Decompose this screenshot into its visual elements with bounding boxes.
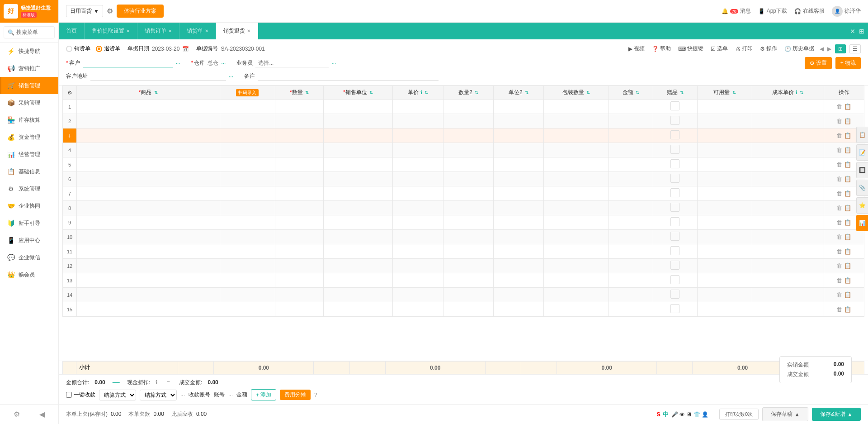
product-input[interactable]: [80, 133, 217, 139]
cost-price-info-icon[interactable]: ℹ: [796, 90, 797, 95]
notification-bell[interactable]: 🔔 70 消息: [722, 7, 751, 15]
select-btn[interactable]: ☑ 选单: [709, 44, 730, 53]
gift-checkbox[interactable]: [670, 145, 679, 154]
sidebar-item-app-center[interactable]: 📱 应用中心: [0, 232, 58, 249]
history-btn[interactable]: 🕐 历史单据: [783, 44, 816, 53]
salesperson-input[interactable]: [255, 59, 329, 67]
fee-split-btn[interactable]: 费用分摊: [280, 390, 311, 400]
sort-unit2-icon[interactable]: ⇅: [525, 90, 528, 95]
th-gear[interactable]: ⚙: [63, 86, 77, 100]
sort-qty-icon[interactable]: ⇅: [305, 90, 309, 95]
gift-checkbox[interactable]: [670, 101, 679, 110]
address-select-dots[interactable]: ···: [229, 73, 233, 80]
settings-bottom-icon[interactable]: ⚙: [12, 408, 22, 420]
gift-checkbox[interactable]: [670, 159, 679, 168]
delete-row-icon[interactable]: 🗑: [836, 161, 842, 168]
copy-row-icon[interactable]: 📋: [844, 277, 851, 284]
gift-checkbox[interactable]: [670, 261, 679, 270]
print-btn[interactable]: 🖨 打印: [733, 44, 755, 53]
sort-unit-icon[interactable]: ⇅: [369, 90, 373, 95]
tab-expand-icon[interactable]: ⊞: [859, 28, 864, 35]
gift-checkbox[interactable]: [670, 290, 679, 299]
online-service-link[interactable]: 🎧 在线客服: [794, 7, 825, 15]
gift-checkbox[interactable]: [670, 174, 679, 183]
tab-sales-order[interactable]: 销售订单 ✕: [137, 23, 179, 39]
calendar-icon[interactable]: 📅: [182, 46, 189, 52]
gift-checkbox[interactable]: [670, 246, 679, 255]
gift-checkbox[interactable]: [670, 203, 679, 212]
copy-row-icon[interactable]: 📋: [844, 190, 851, 197]
right-panel-item-5[interactable]: ⭐: [856, 197, 868, 214]
account-dots2[interactable]: ···: [228, 392, 233, 398]
history-prev-icon[interactable]: ◀: [820, 46, 824, 52]
sidebar-item-finance[interactable]: 💰 资金管理: [0, 129, 58, 146]
sort-pack-icon[interactable]: ⇅: [586, 90, 590, 95]
grid-view-btn[interactable]: ⊞: [835, 44, 846, 53]
copy-row-icon[interactable]: 📋: [844, 219, 851, 226]
gift-checkbox[interactable]: [670, 130, 679, 139]
sidebar-item-enterprise[interactable]: 🤝 企业协同: [0, 197, 58, 214]
sort-qty2-icon[interactable]: ⇅: [475, 90, 478, 95]
tab-close-price[interactable]: ✕: [126, 29, 130, 33]
tab-close-sales[interactable]: ✕: [205, 29, 208, 33]
save-new-btn[interactable]: 保存&新增 ▲: [812, 408, 861, 421]
sort-price-icon[interactable]: ⇅: [425, 90, 428, 95]
delete-row-icon[interactable]: 🗑: [836, 147, 842, 153]
list-view-btn[interactable]: ☰: [849, 44, 861, 53]
app-download-link[interactable]: 📱 App下载: [758, 7, 787, 15]
gift-checkbox[interactable]: [670, 304, 679, 313]
copy-row-icon[interactable]: 📋: [844, 132, 851, 139]
sidebar-item-operations[interactable]: 📊 经营管理: [0, 146, 58, 163]
customer-input[interactable]: [83, 59, 173, 67]
logistics-btn[interactable]: + 物流: [835, 57, 861, 69]
gift-checkbox[interactable]: [670, 116, 679, 125]
delete-row-icon[interactable]: 🗑: [836, 205, 842, 211]
scan-input-btn[interactable]: 扫码录入: [236, 89, 259, 96]
copy-row-icon[interactable]: 📋: [844, 118, 851, 124]
salesperson-select-dots[interactable]: ···: [331, 60, 336, 67]
delete-row-icon[interactable]: 🗑: [836, 103, 842, 110]
tab-sales[interactable]: 销货单 ✕: [179, 23, 216, 39]
sort-amount-icon[interactable]: ⇅: [636, 90, 639, 95]
operate-btn[interactable]: ⚙ 操作: [758, 44, 779, 53]
history-next-icon[interactable]: ▶: [827, 46, 831, 52]
copy-row-icon[interactable]: 📋: [844, 103, 851, 110]
copy-row-icon[interactable]: 📋: [844, 233, 851, 240]
gift-checkbox[interactable]: [670, 275, 679, 284]
tab-close-all-icon[interactable]: ✕: [850, 28, 855, 35]
copy-row-icon[interactable]: 📋: [844, 248, 851, 255]
copy-row-icon[interactable]: 📋: [844, 291, 851, 298]
right-panel-item-4[interactable]: 📎: [856, 180, 868, 196]
video-help-btn[interactable]: ▶ 视频: [627, 44, 646, 53]
delete-row-icon[interactable]: 🗑: [836, 262, 842, 269]
save-draft-btn[interactable]: 保存草稿 ▲: [762, 407, 808, 421]
tab-sales-return[interactable]: 销货退货 ✕: [216, 23, 258, 39]
delete-row-icon[interactable]: 🗑: [836, 118, 842, 124]
copy-row-icon[interactable]: 📋: [844, 161, 851, 168]
delete-row-icon[interactable]: 🗑: [836, 248, 842, 255]
radio-return-doc[interactable]: 退货单: [96, 45, 120, 52]
copy-row-icon[interactable]: 📋: [844, 205, 851, 211]
warehouse-select-dots[interactable]: ···: [221, 60, 226, 67]
sort-cost-icon[interactable]: ⇅: [800, 90, 803, 95]
sidebar-item-enterprise-wechat[interactable]: 💬 企业微信: [0, 249, 58, 266]
right-panel-item-2[interactable]: 📝: [856, 144, 868, 161]
delete-row-icon[interactable]: 🗑: [836, 291, 842, 298]
add-row-btn[interactable]: +: [66, 132, 74, 140]
delete-row-icon[interactable]: 🗑: [836, 277, 842, 284]
sidebar-item-guide[interactable]: 🔰 新手引导: [0, 214, 58, 232]
settings-gear-icon[interactable]: ⚙: [107, 7, 113, 15]
industry-selector[interactable]: 日用百货 ▼: [66, 5, 103, 17]
sidebar-item-sales[interactable]: 🛒 销售管理: [0, 77, 58, 94]
sidebar-item-basic-info[interactable]: 📋 基础信息: [0, 163, 58, 180]
copy-row-icon[interactable]: 📋: [844, 176, 851, 182]
delete-row-icon[interactable]: 🗑: [836, 219, 842, 226]
delete-row-icon[interactable]: 🗑: [836, 306, 842, 313]
sidebar-item-inventory[interactable]: 🏪 库存核算: [0, 111, 58, 129]
sort-product-icon[interactable]: ⇅: [154, 90, 158, 95]
right-panel-item-1[interactable]: 📋: [856, 127, 868, 143]
delete-row-icon[interactable]: 🗑: [836, 176, 842, 182]
tab-close-sales-order[interactable]: ✕: [168, 29, 172, 33]
print-count-btn[interactable]: 打印次数0次: [719, 409, 759, 420]
right-panel-item-6[interactable]: 📊: [856, 215, 868, 231]
